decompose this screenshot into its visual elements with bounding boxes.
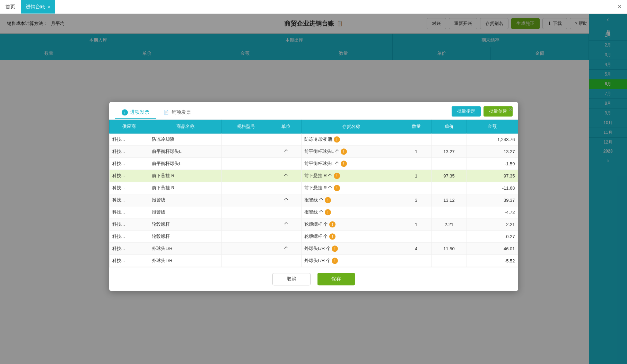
cell-supplier: 科技... (109, 243, 149, 255)
cell-inventory: 外球头L/R 个 ! (301, 255, 401, 267)
table-row: 科技... 报警线 个 报警线 个 ! 3 13.12 39.37 (109, 194, 518, 206)
cell-inventory: 报警线 个 ! (301, 194, 401, 206)
cell-supplier: 科技... (109, 158, 149, 170)
col-inventory: 存货名称 (301, 120, 401, 133)
save-button[interactable]: 保存 (317, 273, 355, 285)
cell-product: 前平衡杆球头L (149, 158, 222, 170)
col-quantity: 数量 (401, 120, 432, 133)
cell-amount: 97.35 (467, 170, 518, 182)
cell-product: 轮毂螺杆 (149, 231, 222, 243)
cell-unit (271, 206, 301, 218)
warning-icon: ! (341, 161, 347, 167)
cell-unit-price (432, 255, 467, 267)
table-row: 科技... 防冻冷却液 防冻冷却液 瓶 ! -1,243.76 (109, 133, 518, 146)
cell-supplier: 科技... (109, 218, 149, 231)
cell-inventory: 前下悬挂 R 个 ! (301, 170, 401, 182)
top-bar: 首页 进销台账 × × (0, 0, 627, 14)
cell-product: 外球头L/R (149, 255, 222, 267)
cell-product: 轮毂螺杆 (149, 218, 222, 231)
warning-icon: ! (334, 173, 340, 179)
cell-unit-price (432, 133, 467, 146)
table-row: 科技... 前下悬挂 R 个 前下悬挂 R 个 ! 1 97.35 97.35 (109, 170, 518, 182)
purchase-sales-tab[interactable]: 进销台账 × (21, 0, 55, 14)
cell-supplier: 科技... (109, 182, 149, 194)
cell-inventory: 前平衡杆球头L 个 ! (301, 146, 401, 158)
warning-icon: ! (334, 185, 340, 191)
cell-product: 前下悬挂 R (149, 170, 222, 182)
cell-unit-price: 13.12 (432, 194, 467, 206)
cell-inventory: 前下悬挂 R 个 ! (301, 182, 401, 194)
modal-footer: 取消 保存 (109, 267, 518, 291)
cell-product: 外球头L/R (149, 243, 222, 255)
tab-purchase-invoice[interactable]: ↑ 进项发票 (115, 106, 156, 119)
cell-unit-price (432, 231, 467, 243)
cell-quantity (401, 133, 432, 146)
cell-unit (271, 255, 301, 267)
warning-icon: ! (332, 258, 338, 264)
tab-sales-invoice[interactable]: 📄 销项发票 (156, 106, 198, 119)
table-header-row: 供应商 商品名称 规格型号 单位 存货名称 数量 单价 金额 (109, 120, 518, 133)
cell-quantity: 3 (401, 194, 432, 206)
cell-unit-price: 97.35 (432, 170, 467, 182)
table-row: 科技... 报警线 报警线 个 ! -4.72 (109, 206, 518, 218)
cancel-button[interactable]: 取消 (272, 273, 311, 285)
warning-icon: ! (329, 233, 336, 240)
cell-amount: 2.21 (467, 218, 518, 231)
table-row: 科技... 外球头L/R 个 外球头L/R 个 ! 4 11.50 46.01 (109, 243, 518, 255)
cell-quantity (401, 206, 432, 218)
cell-amount: -11.68 (467, 182, 518, 194)
cell-unit: 个 (271, 194, 301, 206)
cell-amount: -1.59 (467, 158, 518, 170)
table-row: 科技... 前平衡杆球头L 前平衡杆球头L 个 ! -1.59 (109, 158, 518, 170)
cell-unit (271, 133, 301, 146)
cell-spec (222, 194, 271, 206)
col-supplier: 供应商 (109, 120, 149, 133)
cell-supplier: 科技... (109, 194, 149, 206)
home-tab[interactable]: 首页 (0, 4, 21, 10)
modal-table-scroll[interactable]: 供应商 商品名称 规格型号 单位 存货名称 数量 单价 金额 科技... 防冻冷… (109, 120, 518, 267)
warning-icon: ! (325, 209, 331, 215)
table-row: 科技... 外球头L/R 外球头L/R 个 ! -5.52 (109, 255, 518, 267)
cell-spec (222, 182, 271, 194)
invoice-table: 供应商 商品名称 规格型号 单位 存货名称 数量 单价 金额 科技... 防冻冷… (109, 120, 518, 267)
modal-close-button[interactable]: × (509, 106, 513, 113)
cell-unit (271, 182, 301, 194)
cell-supplier: 科技... (109, 231, 149, 243)
cell-spec (222, 255, 271, 267)
cell-unit: 个 (271, 146, 301, 158)
cell-amount: -0.27 (467, 231, 518, 243)
batch-assign-button[interactable]: 批量指定 (452, 106, 481, 116)
col-spec: 规格型号 (222, 120, 271, 133)
table-row: 科技... 轮毂螺杆 轮毂螺杆 个 ! -0.27 (109, 231, 518, 243)
cell-unit-price: 11.50 (432, 243, 467, 255)
cell-quantity (401, 158, 432, 170)
modal-dialog: ↑ 进项发票 📄 销项发票 批量指定 批量创建 × 供应商 商品名称 规格型号 (109, 102, 518, 291)
cell-unit-price (432, 206, 467, 218)
batch-create-button[interactable]: 批量创建 (484, 106, 513, 116)
cell-unit-price (432, 182, 467, 194)
sales-tab-label: 销项发票 (172, 109, 191, 115)
window-close-button[interactable]: × (612, 3, 627, 10)
sales-tab-icon: 📄 (163, 109, 169, 115)
cell-quantity (401, 255, 432, 267)
cell-unit: 个 (271, 243, 301, 255)
cell-unit (271, 158, 301, 170)
cell-product: 防冻冷却液 (149, 133, 222, 146)
cell-supplier: 科技... (109, 146, 149, 158)
cell-unit: 个 (271, 218, 301, 231)
cell-spec (222, 231, 271, 243)
cell-quantity: 1 (401, 218, 432, 231)
cell-quantity (401, 182, 432, 194)
cell-spec (222, 158, 271, 170)
modal-action-buttons: 批量指定 批量创建 (452, 106, 513, 116)
purchase-tab-icon: ↑ (122, 109, 128, 115)
cell-quantity (401, 231, 432, 243)
cell-supplier: 科技... (109, 255, 149, 267)
cell-supplier: 科技... (109, 133, 149, 146)
table-row: 科技... 前平衡杆球头L 个 前平衡杆球头L 个 ! 1 13.27 13.2… (109, 146, 518, 158)
cell-amount: -1,243.76 (467, 133, 518, 146)
cell-spec (222, 170, 271, 182)
col-unit-price: 单价 (432, 120, 467, 133)
tab-close-icon[interactable]: × (48, 5, 50, 9)
cell-inventory: 报警线 个 ! (301, 206, 401, 218)
